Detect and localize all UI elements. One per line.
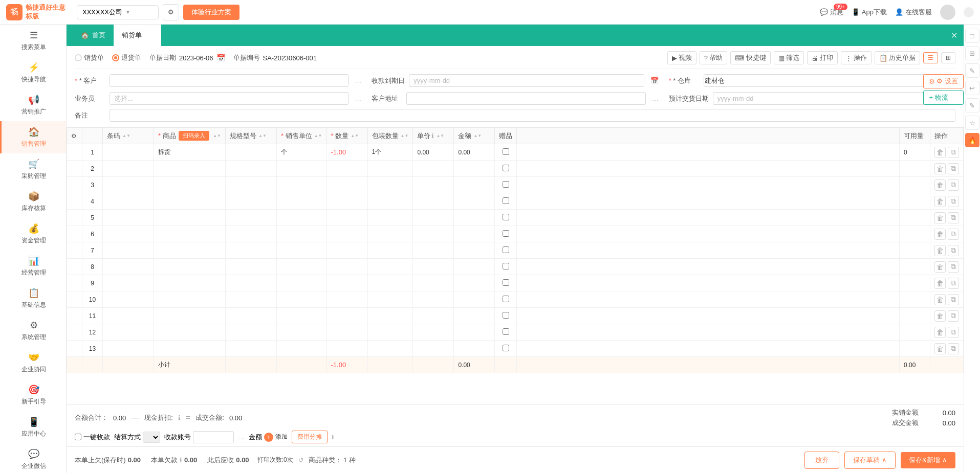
- save-draft-button[interactable]: 保存草稿 ∧: [844, 452, 896, 469]
- customer-addr-more-icon[interactable]: …: [652, 95, 659, 102]
- logistics-button[interactable]: + 物流: [923, 91, 964, 105]
- trial-button[interactable]: 体验行业方案: [183, 5, 239, 20]
- receipt-date-input[interactable]: [409, 74, 644, 87]
- customer-addr-input[interactable]: [406, 92, 645, 105]
- row1-amount[interactable]: 0.00: [454, 144, 495, 161]
- row-delete-btn[interactable]: 🗑: [934, 163, 946, 174]
- row-copy-btn[interactable]: ⧉: [948, 245, 959, 256]
- fee-info-icon[interactable]: ℹ: [332, 434, 334, 441]
- row1-unit[interactable]: 个: [277, 144, 327, 161]
- action-button[interactable]: ⋮ 操作: [841, 51, 872, 64]
- avatar[interactable]: [940, 5, 955, 20]
- expected-date-input[interactable]: [713, 92, 941, 105]
- list-view-btn[interactable]: ☰: [923, 52, 938, 63]
- sidebar-item-system[interactable]: ⚙ 系统管理: [0, 314, 66, 347]
- row1-delete-btn[interactable]: 🗑: [934, 147, 946, 158]
- customer-more-icon[interactable]: …: [355, 77, 361, 84]
- salesman-more-icon[interactable]: …: [355, 95, 361, 102]
- sidebar-item-quick-nav[interactable]: ⚡ 快捷导航: [0, 57, 66, 89]
- barcode-sort[interactable]: ▲▼: [122, 133, 130, 138]
- row1-pkg[interactable]: 1个: [367, 144, 413, 161]
- amount-sort[interactable]: ▲▼: [473, 133, 482, 138]
- row-copy-btn[interactable]: ⧉: [948, 196, 959, 207]
- sidebar-item-search[interactable]: ☰ 搜索菜单: [0, 25, 66, 57]
- message-button[interactable]: 💬 消息 99+: [820, 8, 843, 17]
- calc-method-select[interactable]: [143, 432, 160, 443]
- discard-button[interactable]: 放弃: [804, 452, 839, 469]
- tab-sales-order[interactable]: 销货单 ✕: [114, 25, 161, 46]
- row-delete-btn[interactable]: 🗑: [934, 327, 946, 338]
- company-selector[interactable]: XXXXXX公司 ▼: [77, 5, 159, 19]
- rp-btn-4[interactable]: ↩: [965, 81, 979, 95]
- grid-view-btn[interactable]: ⊞: [941, 52, 955, 63]
- row-delete-btn[interactable]: 🗑: [934, 245, 946, 256]
- rp-btn-3[interactable]: ✎: [965, 63, 979, 78]
- row-delete-btn[interactable]: 🗑: [934, 229, 946, 240]
- add-button[interactable]: +: [264, 433, 273, 442]
- payment-more-icon[interactable]: …: [238, 433, 245, 441]
- video-button[interactable]: ▶ 视频: [667, 51, 696, 64]
- fee-split-button[interactable]: 费用分摊: [292, 431, 328, 443]
- th-gear[interactable]: ⚙: [67, 128, 82, 144]
- row-copy-btn[interactable]: ⧉: [948, 261, 959, 273]
- sidebar-item-finance[interactable]: 💰 资金管理: [0, 218, 66, 250]
- price-sort[interactable]: ▲▼: [436, 133, 444, 138]
- row1-spec[interactable]: [226, 144, 277, 161]
- sidebar-item-enterprise[interactable]: 🤝 企业协同: [0, 347, 66, 379]
- sidebar-item-app-center[interactable]: 📱 应用中心: [0, 411, 66, 443]
- qty-sort[interactable]: ▲▼: [351, 133, 359, 138]
- payment-account-input[interactable]: [193, 431, 234, 443]
- rp-btn-5[interactable]: ✎: [965, 98, 979, 112]
- print-button[interactable]: 🖨 打印: [807, 51, 838, 64]
- row1-qty[interactable]: -1.00: [326, 144, 367, 161]
- row1-price[interactable]: 0.00: [413, 144, 454, 161]
- row-delete-btn[interactable]: 🗑: [934, 261, 946, 273]
- row-delete-btn[interactable]: 🗑: [934, 278, 946, 289]
- row-delete-btn[interactable]: 🗑: [934, 196, 946, 207]
- row-copy-btn[interactable]: ⧉: [948, 212, 959, 223]
- one-click-pay-input[interactable]: [75, 434, 81, 440]
- one-click-pay-checkbox[interactable]: 一键收款: [75, 433, 110, 442]
- row-copy-btn[interactable]: ⧉: [948, 278, 959, 289]
- row-copy-btn[interactable]: ⧉: [948, 327, 959, 338]
- row-delete-btn[interactable]: 🗑: [934, 343, 946, 354]
- row1-gift-checkbox[interactable]: [503, 148, 509, 155]
- calendar-icon[interactable]: 📅: [216, 54, 225, 62]
- tab-close-icon[interactable]: ✕: [147, 31, 153, 39]
- rp-btn-1[interactable]: □: [965, 29, 979, 43]
- rp-btn-2[interactable]: ⊞: [965, 46, 979, 60]
- row1-barcode[interactable]: [103, 144, 154, 161]
- sidebar-item-sales[interactable]: 🏠 销售管理: [0, 121, 66, 153]
- filter-button[interactable]: ▦ 筛选: [774, 51, 804, 64]
- sidebar-item-guide[interactable]: 🎯 新手引导: [0, 379, 66, 411]
- history-button[interactable]: 📋 历史单据: [875, 51, 920, 64]
- row1-gift[interactable]: [495, 144, 517, 161]
- app-download-button[interactable]: 📱 App下载: [852, 8, 887, 17]
- scan-button[interactable]: 扫码录入: [179, 131, 209, 141]
- sidebar-item-marketing[interactable]: 📢 营销推广: [0, 89, 66, 121]
- online-service-button[interactable]: 👤 在线客服: [895, 8, 932, 17]
- sidebar-item-wechat[interactable]: 💬 企业微信: [0, 443, 66, 473]
- row-copy-btn[interactable]: ⧉: [948, 310, 959, 322]
- pkg-sort[interactable]: ▲▼: [401, 133, 409, 138]
- help-button[interactable]: ? 帮助: [700, 51, 727, 64]
- receipt-cal-icon[interactable]: 📅: [650, 77, 659, 84]
- cash-discount-info-icon[interactable]: ℹ: [178, 414, 181, 421]
- radio-return-order[interactable]: 退货单: [112, 53, 141, 62]
- rp-btn-7[interactable]: 🔥: [965, 133, 979, 147]
- setup-button[interactable]: ⚙ ⚙ 设置: [923, 74, 964, 88]
- product-sort[interactable]: ▲▼: [213, 133, 221, 138]
- row-copy-btn[interactable]: ⧉: [948, 179, 959, 191]
- radio-sale-order[interactable]: 销货单: [75, 53, 104, 62]
- row-delete-btn[interactable]: 🗑: [934, 212, 946, 223]
- sidebar-item-purchase[interactable]: 🛒 采购管理: [0, 153, 66, 186]
- row-delete-btn[interactable]: 🗑: [934, 179, 946, 191]
- remark-input[interactable]: [110, 109, 955, 122]
- row-delete-btn[interactable]: 🗑: [934, 310, 946, 322]
- row-copy-btn[interactable]: ⧉: [948, 294, 959, 305]
- sidebar-item-inventory[interactable]: 📦 库存核算: [0, 186, 66, 218]
- save-new-button[interactable]: 保存&新增 ∧: [901, 452, 955, 468]
- row-delete-btn[interactable]: 🗑: [934, 294, 946, 305]
- warehouse-input[interactable]: [704, 74, 943, 87]
- salesman-input[interactable]: [110, 92, 349, 105]
